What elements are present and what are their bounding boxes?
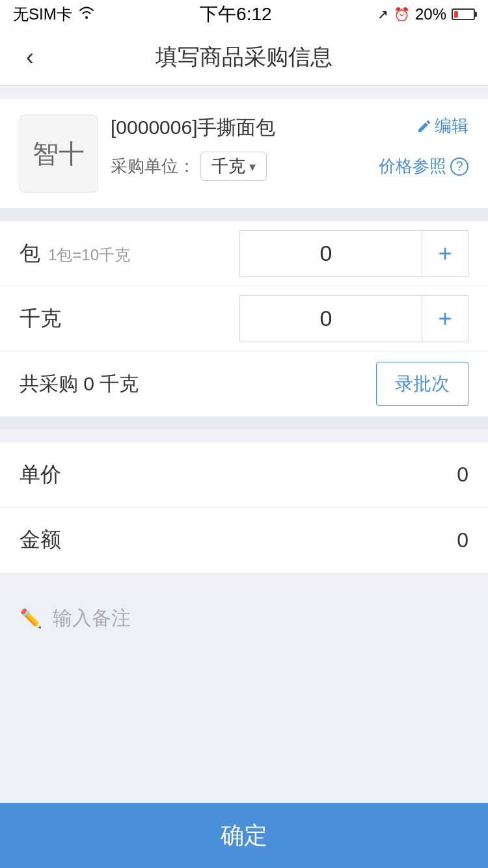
price-reference-button[interactable]: 价格参照 ? bbox=[379, 155, 468, 178]
amount-label: 金额 bbox=[20, 526, 61, 554]
bag-label: 包 1包=10千克 bbox=[20, 239, 130, 268]
unit-select[interactable]: 千克 ▾ bbox=[200, 152, 267, 181]
edit-button[interactable]: 编辑 bbox=[416, 115, 468, 137]
product-thumbnail: 智十 bbox=[20, 115, 98, 193]
product-name: [0000006]手撕面包 bbox=[111, 115, 275, 141]
kg-input-row: 千克 + bbox=[0, 286, 488, 351]
edit-label: 编辑 bbox=[435, 115, 468, 137]
status-bar: 无SIM卡 下午6:12 ↗ ⏰ 20% bbox=[0, 0, 488, 29]
unit-price-value: 0 bbox=[457, 463, 468, 487]
kg-quantity-input[interactable] bbox=[239, 295, 422, 342]
location-icon: ↗ bbox=[377, 7, 388, 22]
bag-quantity-input[interactable] bbox=[239, 230, 422, 277]
confirm-button[interactable]: 确定 bbox=[0, 803, 488, 868]
input-section: 包 1包=10千克 + 千克 + bbox=[0, 221, 488, 351]
remark-section[interactable]: ✏️ 输入备注 bbox=[0, 586, 488, 651]
price-section: 单价 0 金额 0 bbox=[0, 442, 488, 573]
back-button[interactable]: ‹ bbox=[20, 37, 40, 77]
section-divider-2 bbox=[0, 416, 488, 429]
section-divider-1 bbox=[0, 208, 488, 221]
product-header: [0000006]手撕面包 编辑 bbox=[111, 115, 468, 141]
remark-placeholder: 输入备注 bbox=[53, 605, 131, 632]
page-title: 填写商品采购信息 bbox=[156, 42, 332, 72]
unit-price-label: 单价 bbox=[20, 461, 61, 489]
unit-label: 采购单位： 千克 ▾ bbox=[111, 152, 267, 181]
pencil-icon: ✏️ bbox=[20, 608, 42, 629]
bag-plus-button[interactable]: + bbox=[422, 230, 468, 277]
amount-value: 0 bbox=[457, 528, 468, 552]
bag-input-control: + bbox=[239, 230, 468, 277]
kg-label: 千克 bbox=[20, 305, 61, 333]
wifi-icon bbox=[79, 6, 94, 23]
nav-bar: ‹ 填写商品采购信息 bbox=[0, 29, 488, 86]
status-left: 无SIM卡 bbox=[13, 4, 94, 25]
info-icon: ? bbox=[450, 157, 468, 176]
price-ref-label: 价格参照 bbox=[379, 155, 446, 178]
product-logo: 智十 bbox=[33, 136, 85, 172]
unit-price-row: 单价 0 bbox=[0, 442, 488, 508]
summary-text: 共采购 0 千克 bbox=[20, 371, 139, 398]
battery-icon bbox=[452, 8, 475, 20]
bag-sub-label: 1包=10千克 bbox=[48, 245, 130, 265]
bag-input-row: 包 1包=10千克 + bbox=[0, 221, 488, 286]
product-info: [0000006]手撕面包 编辑 采购单位： 千克 ▾ 价格参照 ? bbox=[111, 115, 468, 181]
carrier-label: 无SIM卡 bbox=[13, 4, 72, 25]
status-time: 下午6:12 bbox=[200, 2, 272, 27]
product-unit-row: 采购单位： 千克 ▾ 价格参照 ? bbox=[111, 152, 468, 181]
dropdown-icon: ▾ bbox=[249, 159, 256, 174]
alarm-icon: ⏰ bbox=[394, 7, 410, 22]
batch-button[interactable]: 录批次 bbox=[376, 362, 468, 406]
kg-input-control: + bbox=[239, 295, 468, 342]
summary-row: 共采购 0 千克 录批次 bbox=[0, 351, 488, 416]
kg-plus-button[interactable]: + bbox=[422, 295, 468, 342]
status-right: ↗ ⏰ 20% bbox=[377, 5, 475, 23]
battery-percent: 20% bbox=[415, 5, 446, 23]
product-card: 智十 [0000006]手撕面包 编辑 采购单位： 千克 ▾ 价格参照 ? bbox=[0, 99, 488, 208]
unit-value: 千克 bbox=[211, 155, 245, 178]
amount-row: 金额 0 bbox=[0, 508, 488, 573]
